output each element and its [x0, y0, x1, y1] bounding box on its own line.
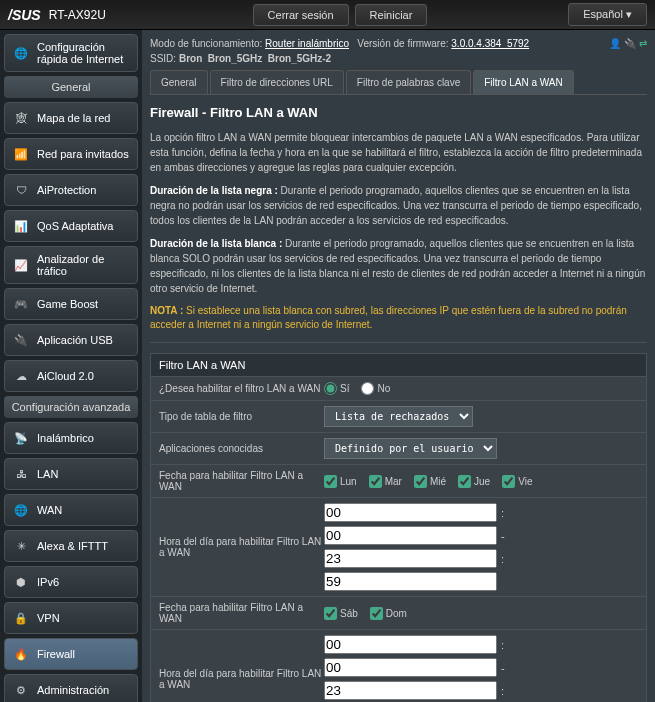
model-name: RT-AX92U [49, 8, 106, 22]
sidebar-icon: 📶 [11, 145, 31, 163]
time-h2[interactable] [324, 549, 497, 568]
description-1: La opción filtro LAN a WAN permite bloqu… [150, 130, 647, 175]
enable-yes[interactable]: Sí [324, 382, 349, 395]
apps-select[interactable]: Definido por el usuario [324, 438, 497, 459]
sidebar-item-alexa-&-ifttt[interactable]: ✳Alexa & IFTTT [4, 530, 138, 562]
globe-icon: 🌐 [11, 44, 31, 62]
sidebar-icon: 🎮 [11, 295, 31, 313]
status-icons: 👤 🔌 ⇄ [609, 36, 647, 51]
sidebar-quick-setup[interactable]: 🌐Configuración rápida de Internet [4, 34, 138, 72]
sidebar-item-administración[interactable]: ⚙Administración [4, 674, 138, 702]
time-h1[interactable] [324, 635, 497, 654]
sidebar-icon: ⚙ [11, 681, 31, 699]
sidebar-icon: 🖧 [11, 465, 31, 483]
day-Mié[interactable]: Mié [414, 475, 446, 488]
page-title: Firewall - Filtro LAN a WAN [150, 105, 647, 120]
sidebar-item-lan[interactable]: 🖧LAN [4, 458, 138, 490]
sidebar-item-aplicación-usb[interactable]: 🔌Aplicación USB [4, 324, 138, 356]
topbar: /SUS RT-AX92U Cerrar sesión Reiniciar Es… [0, 0, 655, 30]
sidebar-item-wan[interactable]: 🌐WAN [4, 494, 138, 526]
sidebar-icon: 🔌 [11, 331, 31, 349]
sidebar-icon: 🕸 [11, 109, 31, 127]
section-header-filter: Filtro LAN a WAN [150, 353, 647, 377]
sidebar-item-game-boost[interactable]: 🎮Game Boost [4, 288, 138, 320]
sidebar-icon: 🔒 [11, 609, 31, 627]
sidebar-icon: 🛡 [11, 181, 31, 199]
sidebar-icon: ⬢ [11, 573, 31, 591]
sidebar-icon: 📊 [11, 217, 31, 235]
day-Mar[interactable]: Mar [369, 475, 402, 488]
mode-link[interactable]: Router inalámbrico [265, 38, 349, 49]
sidebar: 🌐Configuración rápida de Internet Genera… [0, 30, 142, 702]
sidebar-header-advanced: Configuración avanzada [4, 396, 138, 418]
logout-button[interactable]: Cerrar sesión [253, 4, 349, 26]
sidebar-icon: 📈 [11, 256, 31, 274]
day-Vie[interactable]: Vie [502, 475, 532, 488]
info-bar: 👤 🔌 ⇄ Modo de funcionamiento: Router ina… [150, 36, 647, 66]
day-Dom[interactable]: Dom [370, 607, 407, 620]
sidebar-item-vpn[interactable]: 🔒VPN [4, 602, 138, 634]
tabs: GeneralFiltro de direcciones URLFiltro d… [150, 70, 647, 95]
firmware-link[interactable]: 3.0.0.4.384_5792 [451, 38, 529, 49]
sidebar-icon: 🔥 [11, 645, 31, 663]
logo: /SUS [8, 7, 41, 23]
enable-no[interactable]: No [361, 382, 390, 395]
tab-1[interactable]: Filtro de direcciones URL [210, 70, 344, 94]
sidebar-item-analizador-de-tráfico[interactable]: 📈Analizador de tráfico [4, 246, 138, 284]
time-m2[interactable] [324, 572, 497, 591]
sidebar-item-qos-adaptativa[interactable]: 📊QoS Adaptativa [4, 210, 138, 242]
table-type-select[interactable]: Lista de rechazados [324, 406, 473, 427]
sidebar-header-general: General [4, 76, 138, 98]
day-Sáb[interactable]: Sáb [324, 607, 358, 620]
sidebar-item-firewall[interactable]: 🔥Firewall [4, 638, 138, 670]
description-2: Duración de la lista negra : Durante el … [150, 183, 647, 228]
sidebar-item-aiprotection[interactable]: 🛡AiProtection [4, 174, 138, 206]
time-m1[interactable] [324, 526, 497, 545]
day-Jue[interactable]: Jue [458, 475, 490, 488]
language-select[interactable]: Español ▾ [568, 3, 647, 26]
sidebar-icon: 📡 [11, 429, 31, 447]
sidebar-icon: ✳ [11, 537, 31, 555]
sidebar-icon: ☁ [11, 367, 31, 385]
tab-2[interactable]: Filtro de palabras clave [346, 70, 471, 94]
sidebar-item-red-para-invitados[interactable]: 📶Red para invitados [4, 138, 138, 170]
reboot-button[interactable]: Reiniciar [355, 4, 428, 26]
tab-3[interactable]: Filtro LAN a WAN [473, 70, 574, 94]
sidebar-item-mapa-de-la-red[interactable]: 🕸Mapa de la red [4, 102, 138, 134]
day-Lun[interactable]: Lun [324, 475, 357, 488]
tab-0[interactable]: General [150, 70, 208, 94]
time-h2[interactable] [324, 681, 497, 700]
note: NOTA : Si establece una lista blanca con… [150, 304, 647, 332]
sidebar-item-ipv6[interactable]: ⬢IPv6 [4, 566, 138, 598]
sidebar-icon: 🌐 [11, 501, 31, 519]
time-h1[interactable] [324, 503, 497, 522]
content: 👤 🔌 ⇄ Modo de funcionamiento: Router ina… [142, 30, 655, 702]
sidebar-item-aicloud-2.0[interactable]: ☁AiCloud 2.0 [4, 360, 138, 392]
time-m1[interactable] [324, 658, 497, 677]
sidebar-item-inalámbrico[interactable]: 📡Inalámbrico [4, 422, 138, 454]
description-3: Duración de la lista blanca : Durante el… [150, 236, 647, 296]
